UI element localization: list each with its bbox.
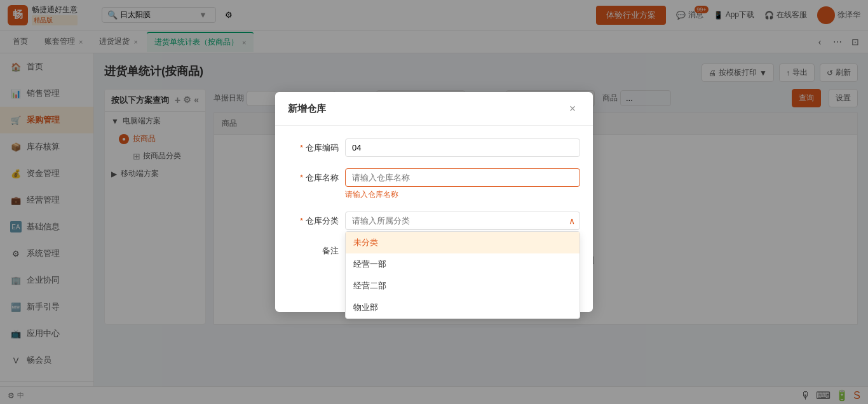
form-row-code: 仓库编码 <box>288 138 580 157</box>
name-error-msg: 请输入仓库名称 <box>345 189 398 200</box>
modal-header: 新增仓库 × <box>275 92 593 126</box>
form-row-name: 仓库名称 请输入仓库名称 <box>288 168 580 200</box>
category-input[interactable] <box>345 212 580 230</box>
dropdown-item-dept2[interactable]: 经营二部 <box>346 275 580 297</box>
name-input-row: 仓库名称 <box>288 168 580 187</box>
category-select-wrapper: ∧ 未分类 经营一部 经营二部 物业部 <box>345 212 580 230</box>
code-label: 仓库编码 <box>288 138 339 154</box>
modal-close-btn[interactable]: × <box>565 101 580 116</box>
dropdown-item-property[interactable]: 物业部 <box>346 297 580 318</box>
category-label: 仓库分类 <box>288 212 339 227</box>
name-input[interactable] <box>345 168 580 187</box>
modal-overlay: 新增仓库 × 仓库编码 仓库名称 请输入仓库名称 仓库分类 <box>0 0 868 404</box>
modal-body: 仓库编码 仓库名称 请输入仓库名称 仓库分类 ∧ 未分类 <box>275 126 593 260</box>
name-label: 仓库名称 <box>288 168 339 187</box>
dropdown-item-dept1[interactable]: 经营一部 <box>346 253 580 275</box>
form-row-category: 仓库分类 ∧ 未分类 经营一部 经营二部 物业部 <box>288 212 580 230</box>
dropdown-item-uncategorized[interactable]: 未分类 <box>346 232 580 253</box>
code-input[interactable] <box>345 138 580 157</box>
add-warehouse-modal: 新增仓库 × 仓库编码 仓库名称 请输入仓库名称 仓库分类 <box>275 92 593 312</box>
note-label: 备注 <box>288 241 339 257</box>
modal-title: 新增仓库 <box>288 103 326 115</box>
category-dropdown: 未分类 经营一部 经营二部 物业部 <box>345 231 580 319</box>
